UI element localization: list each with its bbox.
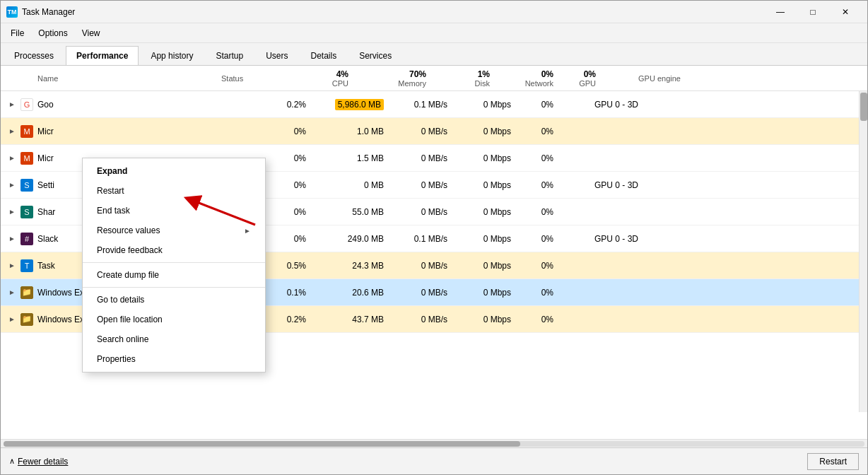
main-content: Name Status 4% CPU 70% Memory 1% Disk 0%…: [1, 66, 867, 447]
expand-icon[interactable]: ►: [6, 287, 18, 298]
process-disk: 0 MB/s: [384, 315, 447, 324]
menu-bar: File Options View: [1, 23, 867, 43]
context-menu: ExpandRestartEnd taskResource values►Pro…: [82, 158, 266, 373]
app-icon: TM: [6, 6, 18, 18]
tab-users[interactable]: Users: [255, 46, 298, 65]
process-gpu: 0%: [511, 288, 553, 298]
process-icon: #: [20, 233, 33, 245]
fewer-details-link[interactable]: Fewer details: [18, 457, 68, 467]
col-gpuengine[interactable]: GPU engine: [596, 74, 681, 83]
process-network: 0 Mbps: [447, 100, 511, 110]
process-cpu: 0%: [250, 127, 306, 136]
vertical-scrollbar[interactable]: [859, 91, 867, 412]
menu-options[interactable]: Options: [31, 25, 74, 41]
process-disk: 0.1 MB/s: [384, 100, 447, 110]
scrollbar-thumb[interactable]: [4, 441, 520, 447]
tab-details[interactable]: Details: [300, 46, 347, 65]
process-icon: G: [20, 98, 33, 111]
tab-processes[interactable]: Processes: [4, 46, 64, 65]
context-menu-item-resource-values[interactable]: Resource values►: [83, 221, 265, 240]
process-gpu: 0%: [511, 261, 553, 271]
process-memory: 249.0 MB: [306, 234, 384, 244]
tab-services[interactable]: Services: [348, 46, 402, 65]
process-memory: 5,986.0 MB: [306, 100, 384, 110]
process-icon: T: [20, 259, 33, 272]
process-gpu: 0%: [511, 234, 553, 244]
col-disk[interactable]: 1% Disk: [426, 69, 490, 88]
process-cpu: 0.2%: [250, 100, 306, 110]
context-menu-item-provide-feedback[interactable]: Provide feedback: [83, 240, 265, 260]
col-network[interactable]: 0% Network: [490, 69, 553, 88]
process-disk: 0 MB/s: [384, 153, 447, 163]
process-network: 0 Mbps: [447, 261, 511, 271]
col-name[interactable]: Name: [37, 74, 221, 83]
context-menu-item-go-to-details[interactable]: Go to details: [83, 290, 265, 310]
restart-button[interactable]: Restart: [807, 453, 859, 470]
context-menu-item-expand[interactable]: Expand: [83, 161, 265, 181]
table-row[interactable]: ► M Micr 0% 1.0 MB 0 MB/s 0 Mbps 0%: [1, 118, 867, 145]
process-network: 0 Mbps: [447, 315, 511, 324]
col-memory[interactable]: 70% Memory: [348, 69, 426, 88]
tab-startup[interactable]: Startup: [205, 46, 254, 65]
collapse-arrow: ∧: [9, 457, 15, 466]
process-memory: 20.6 MB: [306, 288, 384, 298]
process-name: Micr: [37, 127, 179, 136]
footer-left: ∧ Fewer details: [9, 457, 68, 467]
process-icon: 📁: [20, 286, 33, 299]
process-network: 0 Mbps: [447, 234, 511, 244]
title-bar: TM Task Manager — □ ✕: [1, 1, 867, 23]
expand-icon[interactable]: ►: [6, 180, 18, 191]
table-row[interactable]: ► G Goo 0.2% 5,986.0 MB 0.1 MB/s 0 Mbps …: [1, 91, 867, 118]
process-gpu: 0%: [511, 180, 553, 190]
process-memory: 43.7 MB: [306, 315, 384, 324]
col-status[interactable]: Status: [221, 74, 292, 83]
expand-icon[interactable]: ►: [6, 260, 18, 271]
expand-icon[interactable]: ►: [6, 233, 18, 245]
menu-file[interactable]: File: [4, 25, 31, 41]
context-menu-item-open-file-location[interactable]: Open file location: [83, 310, 265, 329]
process-name: Goo: [37, 100, 179, 110]
process-memory: 55.0 MB: [306, 207, 384, 217]
process-memory: 1.0 MB: [306, 127, 384, 136]
expand-icon[interactable]: ►: [6, 153, 18, 164]
expand-icon[interactable]: ►: [6, 206, 18, 218]
tab-apphistory[interactable]: App history: [140, 46, 204, 65]
process-memory: 1.5 MB: [306, 153, 384, 163]
process-gpu: 0%: [511, 207, 553, 217]
process-disk: 0 MB/s: [384, 207, 447, 217]
process-gpuengine: GPU 0 - 3D: [553, 100, 638, 110]
maximize-button[interactable]: □: [797, 1, 829, 23]
horizontal-scrollbar[interactable]: [1, 439, 867, 447]
process-icon: S: [20, 179, 33, 192]
expand-icon[interactable]: ►: [6, 99, 18, 110]
close-button[interactable]: ✕: [829, 1, 862, 23]
process-icon: M: [20, 152, 33, 165]
tabs-bar: Processes Performance App history Startu…: [1, 43, 867, 66]
process-memory: 0 MB: [306, 180, 384, 190]
context-menu-divider: [83, 262, 265, 263]
process-gpuengine: GPU 0 - 3D: [553, 180, 638, 190]
window-controls: — □ ✕: [764, 1, 862, 23]
process-network: 0 Mbps: [447, 127, 511, 136]
process-gpu: 0%: [511, 127, 553, 136]
process-network: 0 Mbps: [447, 153, 511, 163]
scrollbar-track[interactable]: [4, 441, 864, 447]
process-gpuengine: GPU 0 - 3D: [553, 234, 638, 244]
process-disk: 0 MB/s: [384, 288, 447, 298]
menu-view[interactable]: View: [75, 25, 107, 41]
expand-icon[interactable]: ►: [6, 126, 18, 137]
minimize-button[interactable]: —: [764, 1, 797, 23]
col-cpu[interactable]: 4% CPU: [292, 69, 348, 88]
context-menu-item-search-online[interactable]: Search online: [83, 329, 265, 349]
process-icon: S: [20, 206, 33, 218]
process-network: 0 Mbps: [447, 288, 511, 298]
process-disk: 0 MB/s: [384, 180, 447, 190]
col-gpu[interactable]: 0% GPU: [553, 69, 596, 88]
process-disk: 0 MB/s: [384, 261, 447, 271]
context-menu-item-create-dump-file[interactable]: Create dump file: [83, 265, 265, 285]
context-menu-item-properties[interactable]: Properties: [83, 349, 265, 369]
context-menu-item-restart[interactable]: Restart: [83, 181, 265, 201]
expand-icon[interactable]: ►: [6, 314, 18, 325]
tab-performance[interactable]: Performance: [66, 46, 139, 65]
context-menu-item-end-task[interactable]: End task: [83, 201, 265, 221]
